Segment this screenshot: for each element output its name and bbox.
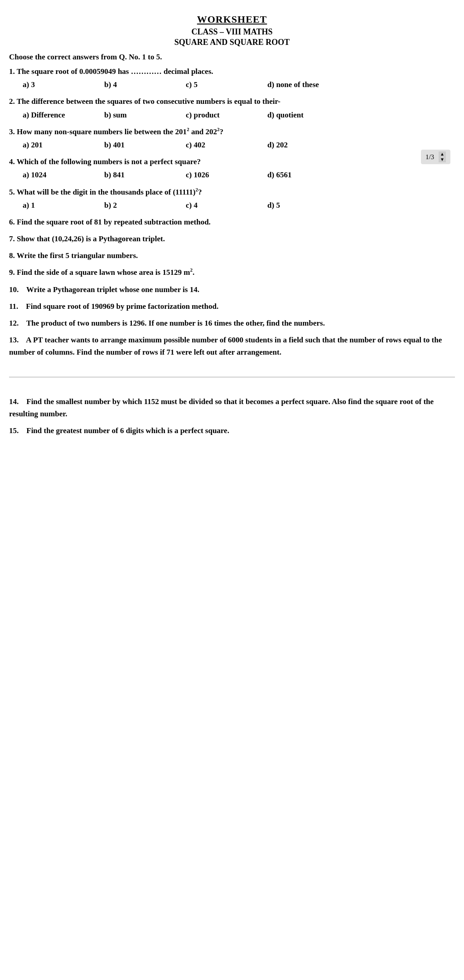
q5-option-a: a) 1 [23, 199, 104, 211]
q2-text: 2. The difference between the squares of… [9, 95, 455, 107]
q3-option-a: a) 201 [23, 139, 104, 151]
question-10: 10. Write a Pythagorean triplet whose on… [9, 283, 455, 296]
q5-options: a) 1 b) 2 c) 4 d) 5 [23, 199, 455, 211]
question-4: 4. Which of the following numbers is not… [9, 156, 455, 181]
topic-subtitle: SQUARE AND SQUARE ROOT [9, 38, 455, 47]
page-up-button[interactable]: ▲ [439, 151, 446, 157]
question-5: 5. What will be the digit in the thousan… [9, 186, 455, 211]
q12-text: 12. The product of two numbers is 1296. … [9, 319, 325, 327]
q2-option-b: b) sum [104, 109, 186, 121]
q3-option-d: d) 202 [267, 139, 372, 151]
q6-text: 6. Find the square root of 81 by repeate… [9, 218, 211, 226]
q5-option-c: c) 4 [186, 199, 267, 211]
q5-text: 5. What will be the digit in the thousan… [9, 186, 455, 198]
page-indicator: 1/3 ▲ ▼ [421, 150, 450, 164]
q15-text: 15. Find the greatest number of 6 digits… [9, 426, 229, 435]
question-7: 7. Show that (10,24,26) is a Pythagorean… [9, 233, 455, 245]
question-13: 13. A PT teacher wants to arrange maximu… [9, 334, 455, 358]
q4-option-c: c) 1026 [186, 169, 267, 181]
q10-text: 10. Write a Pythagorean triplet whose on… [9, 285, 199, 294]
page-number: 1/3 [425, 153, 434, 161]
q1-options: a) 3 b) 4 c) 5 d) none of these [23, 78, 455, 91]
q3-option-c: c) 402 [186, 139, 267, 151]
q3-text: 3. How many non-square numbers lie betwe… [9, 126, 455, 138]
instruction-text: Choose the correct answers from Q. No. 1… [9, 53, 455, 62]
q5-option-b: b) 2 [104, 199, 186, 211]
question-9: 9. Find the side of a square lawn whose … [9, 266, 455, 278]
q7-text: 7. Show that (10,24,26) is a Pythagorean… [9, 234, 165, 243]
section-2: 14. Find the smallest number by which 11… [9, 386, 455, 437]
q1-text: 1. The square root of 0.00059049 has ………… [9, 65, 455, 78]
q3-options: a) 201 b) 401 c) 402 d) 202 [23, 139, 455, 151]
q4-option-d: d) 6561 [267, 169, 372, 181]
question-6: 6. Find the square root of 81 by repeate… [9, 216, 455, 228]
q1-option-d: d) none of these [267, 78, 372, 91]
worksheet-title: WORKSHEET [9, 14, 455, 25]
question-8: 8. Write the first 5 triangular numbers. [9, 249, 455, 262]
class-subtitle: CLASS – VIII MATHS [9, 27, 455, 37]
question-12: 12. The product of two numbers is 1296. … [9, 317, 455, 329]
question-3: 3. How many non-square numbers lie betwe… [9, 126, 455, 151]
question-14: 14. Find the smallest number by which 11… [9, 395, 455, 420]
q11-text: 11. Find square root of 190969 by prime … [9, 302, 218, 311]
q4-option-b: b) 841 [104, 169, 186, 181]
question-1: 1. The square root of 0.00059049 has ………… [9, 65, 455, 91]
q1-option-b: b) 4 [104, 78, 186, 91]
q8-text: 8. Write the first 5 triangular numbers. [9, 251, 138, 260]
q2-option-d: d) quotient [267, 109, 372, 121]
question-2: 2. The difference between the squares of… [9, 95, 455, 121]
page-arrows[interactable]: ▲ ▼ [439, 151, 446, 162]
page-down-button[interactable]: ▼ [439, 157, 446, 162]
q3-option-b: b) 401 [104, 139, 186, 151]
q1-num: 1. [9, 67, 17, 76]
q14-text: 14. Find the smallest number by which 11… [9, 397, 434, 418]
page-divider [9, 377, 455, 377]
page-header: WORKSHEET CLASS – VIII MATHS SQUARE AND … [9, 14, 455, 47]
q2-option-a: a) Difference [23, 109, 104, 121]
q4-text: 4. Which of the following numbers is not… [9, 156, 455, 168]
q9-text: 9. Find the side of a square lawn whose … [9, 268, 194, 277]
q2-option-c: c) product [186, 109, 267, 121]
question-15: 15. Find the greatest number of 6 digits… [9, 424, 455, 437]
q4-options: a) 1024 b) 841 c) 1026 d) 6561 [23, 169, 455, 181]
q4-option-a: a) 1024 [23, 169, 104, 181]
q1-option-c: c) 5 [186, 78, 267, 91]
q1-option-a: a) 3 [23, 78, 104, 91]
q13-text: 13. A PT teacher wants to arrange maximu… [9, 336, 442, 356]
q2-options: a) Difference b) sum c) product d) quoti… [23, 109, 455, 121]
mcq-section: 1. The square root of 0.00059049 has ………… [9, 65, 455, 368]
q5-option-d: d) 5 [267, 199, 372, 211]
question-11: 11. Find square root of 190969 by prime … [9, 300, 455, 312]
